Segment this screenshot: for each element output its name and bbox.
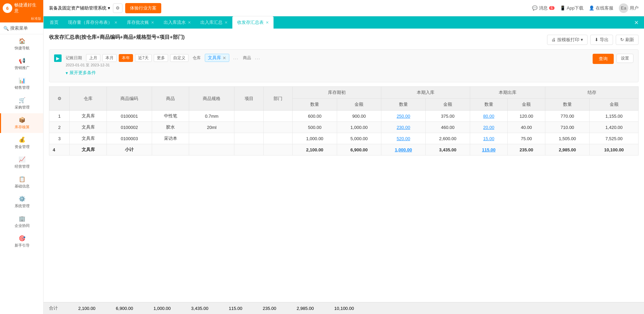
app-download-action[interactable]: 📱 App下载 bbox=[560, 5, 583, 11]
trial-button[interactable]: 体验行业方案 bbox=[125, 3, 161, 13]
tab-inout-summary-close-icon[interactable]: ✕ bbox=[225, 20, 228, 25]
date-btn-this-month[interactable]: 本月 bbox=[102, 54, 117, 62]
sidebar-item-guide-label: 新手引导 bbox=[15, 243, 30, 248]
th-settings[interactable]: ⚙ bbox=[49, 87, 70, 111]
marketing-icon: 📢 bbox=[19, 57, 26, 64]
export-button[interactable]: ⬇ 导出 bbox=[590, 35, 613, 45]
user-action[interactable]: Ea 用户 bbox=[619, 3, 639, 13]
total-out-qty-value: 115.00 bbox=[229, 306, 242, 311]
page-content: 收发存汇总表(按仓库+商品编码+商品+规格型号+项目+部门) 🖨 按模板打印 ▾… bbox=[44, 29, 644, 302]
th-bal-amt: 金额 bbox=[590, 99, 639, 111]
table-row: 1 文具库 0100001 中性笔 0.7mm 600.00 900.00 25… bbox=[49, 111, 639, 122]
total-in-amt-value: 3,435.00 bbox=[191, 306, 209, 311]
date-btn-last-month[interactable]: 上月 bbox=[86, 54, 100, 62]
row2-in-qty[interactable]: 230.00 bbox=[381, 122, 426, 133]
system-title-dropdown[interactable]: 装备及固定资产辅助管理系统 ▾ bbox=[49, 5, 110, 11]
date-btn-custom[interactable]: 自定义 bbox=[170, 54, 188, 62]
subtotal-open-qty: 2,100.00 bbox=[293, 144, 337, 155]
row1-seq: 1 bbox=[49, 111, 70, 122]
date-btn-this-year[interactable]: 本年 bbox=[119, 54, 133, 62]
subtotal-bal-amt: 10,100.00 bbox=[590, 144, 639, 155]
date-btn-7days[interactable]: 近7天 bbox=[135, 54, 152, 62]
message-icon: 💬 bbox=[532, 5, 538, 11]
tab-inout-flow[interactable]: 出入库流水 ✕ bbox=[159, 16, 196, 29]
expand-more-btn[interactable]: ▾ 展开更多条件 bbox=[66, 68, 589, 78]
subtotal-bal-qty: 2,985.00 bbox=[545, 144, 590, 155]
row2-out-qty[interactable]: 20.00 bbox=[470, 122, 508, 133]
total-in-amt-item: 3,435.00 bbox=[191, 306, 209, 311]
filter-toggle-button[interactable]: ▶ bbox=[54, 54, 62, 62]
sidebar-item-finance-label: 资金管理 bbox=[15, 144, 30, 149]
enterprise-icon: 🏢 bbox=[19, 215, 26, 222]
refresh-icon: ↻ bbox=[620, 37, 624, 42]
online-service-action[interactable]: 👤 在线客服 bbox=[589, 5, 613, 11]
tab-batch[interactable]: 库存批次账 ✕ bbox=[122, 16, 159, 29]
row3-bal-amt: 7,525.00 bbox=[590, 133, 639, 144]
sidebar-item-operations[interactable]: 📈 经营管理 bbox=[0, 153, 43, 172]
print-button[interactable]: 🖨 按模板打印 ▾ bbox=[547, 35, 588, 45]
total-open-qty-value: 2,100.00 bbox=[78, 306, 96, 311]
th-open-amt: 金额 bbox=[337, 99, 381, 111]
refresh-button[interactable]: ↻ 刷新 bbox=[616, 35, 639, 45]
message-action[interactable]: 💬 消息 6 bbox=[532, 5, 555, 11]
th-spec: 商品规格 bbox=[189, 87, 234, 111]
warehouse-tag: 文具库 ✕ bbox=[205, 54, 229, 62]
operations-icon: 📈 bbox=[19, 156, 26, 163]
row3-out-qty[interactable]: 15.00 bbox=[470, 133, 508, 144]
row1-in-qty[interactable]: 250.00 bbox=[381, 111, 426, 122]
sidebar-item-finance[interactable]: 💰 资金管理 bbox=[0, 133, 43, 153]
sidebar-item-purchase[interactable]: 🛒 采购管理 bbox=[0, 94, 43, 113]
filter-right-actions: 查询 设置 bbox=[593, 54, 633, 64]
sidebar-item-system[interactable]: ⚙️ 系统管理 bbox=[0, 192, 43, 212]
total-out-amt-value: 235.00 bbox=[263, 306, 276, 311]
warehouse-tag-close-icon[interactable]: ✕ bbox=[222, 55, 226, 61]
tab-inout-summary-label: 出入库汇总 bbox=[200, 19, 222, 26]
query-button[interactable]: 查询 bbox=[593, 54, 614, 64]
sidebar-item-enterprise[interactable]: 🏢 企业协同 bbox=[0, 212, 43, 232]
filter-settings-button[interactable]: 设置 bbox=[616, 54, 633, 63]
th-balance: 结存 bbox=[545, 87, 639, 99]
tab-inout-flow-close-icon[interactable]: ✕ bbox=[188, 20, 191, 25]
tab-inventory-dist-close-icon[interactable]: ✕ bbox=[114, 20, 117, 25]
bottom-total-bar: 合计 2,100.00 6,900.00 1,000.00 3,435.00 1… bbox=[44, 302, 644, 314]
row1-dept bbox=[263, 111, 293, 122]
chevron-right-icon: ▶ bbox=[56, 56, 60, 61]
sidebar-item-operations-label: 经营管理 bbox=[15, 164, 30, 169]
subtotal-in-amt: 3,435.00 bbox=[426, 144, 470, 155]
total-open-qty-item: 2,100.00 bbox=[78, 306, 96, 311]
tab-receive-send-close-icon[interactable]: ✕ bbox=[266, 20, 269, 25]
row1-bal-qty: 770.00 bbox=[545, 111, 590, 122]
table-row: 3 文具库 0100003 采访本 1,000.00 5,000.00 520.… bbox=[49, 133, 639, 144]
total-label: 合计 bbox=[49, 305, 58, 311]
home-icon: 🏠 bbox=[19, 38, 26, 44]
subtotal-out-amt: 235.00 bbox=[508, 144, 545, 155]
sidebar-item-sales[interactable]: 📊 销售管理 bbox=[0, 74, 43, 94]
row1-out-qty[interactable]: 80.00 bbox=[470, 111, 508, 122]
tab-inout-summary[interactable]: 出入库汇总 ✕ bbox=[196, 16, 232, 29]
tab-inventory-dist[interactable]: 现存量（库存分布表） ✕ bbox=[63, 16, 122, 29]
basic-info-icon: 📋 bbox=[19, 176, 26, 182]
subtotal-out-qty[interactable]: 115.00 bbox=[470, 144, 508, 155]
sidebar-item-marketing-label: 营销推广 bbox=[15, 65, 30, 70]
row3-in-qty[interactable]: 520.00 bbox=[381, 133, 426, 144]
sidebar-item-inventory[interactable]: 📦 库存核算 bbox=[0, 113, 43, 133]
sidebar-item-basic-info[interactable]: 📋 基础信息 bbox=[0, 172, 43, 192]
tab-home[interactable]: 首页 bbox=[45, 16, 63, 29]
date-btn-more[interactable]: 更多 bbox=[154, 54, 168, 62]
sidebar-item-marketing[interactable]: 📢 营销推广 bbox=[0, 54, 43, 74]
tab-receive-send[interactable]: 收发存汇总表 ✕ bbox=[232, 16, 274, 29]
subtotal-in-qty[interactable]: 1,000.00 bbox=[381, 144, 426, 155]
th-product: 商品 bbox=[152, 87, 189, 111]
th-dept: 部门 bbox=[263, 87, 293, 111]
warehouse-more-dots[interactable]: ... bbox=[233, 55, 239, 60]
settings-gear-button[interactable]: ⚙ bbox=[113, 3, 122, 13]
sidebar-item-guide[interactable]: 🎯 新手引导 bbox=[0, 232, 43, 251]
row2-spec: 20ml bbox=[189, 122, 234, 133]
sidebar-item-quick-nav[interactable]: 🏠 快捷导航 bbox=[0, 34, 43, 54]
product-more-dots[interactable]: ... bbox=[255, 55, 261, 60]
tabs-close-all-button[interactable]: ✕ bbox=[630, 19, 643, 26]
search-menu[interactable]: 🔍 搜索菜单 bbox=[0, 22, 43, 34]
row2-warehouse: 文具库 bbox=[70, 122, 107, 133]
online-service-label: 在线客服 bbox=[596, 5, 613, 11]
tab-batch-close-icon[interactable]: ✕ bbox=[151, 20, 154, 25]
